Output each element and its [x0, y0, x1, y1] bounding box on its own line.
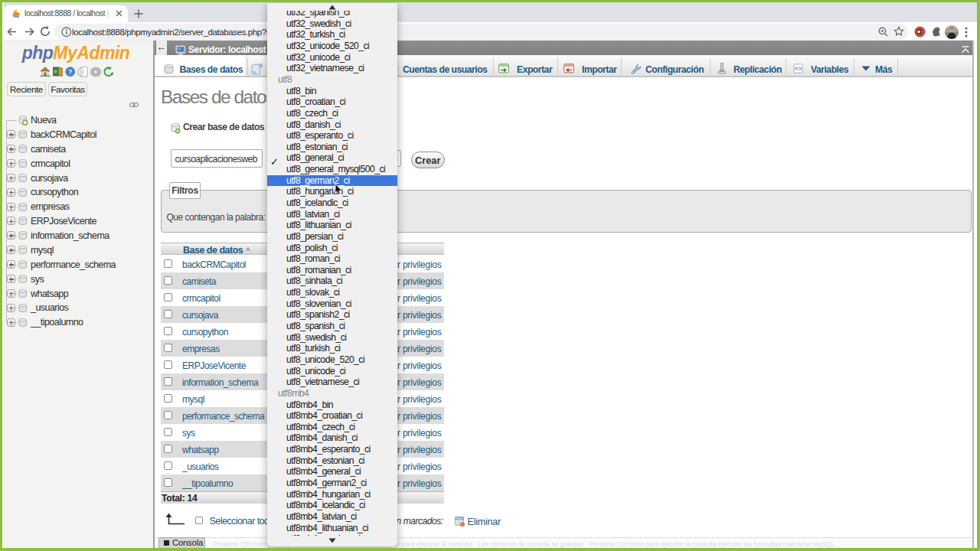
svg-text:PMA: PMA [13, 15, 19, 18]
svg-text:<>: <> [795, 65, 802, 72]
svg-text:?: ? [68, 68, 72, 76]
